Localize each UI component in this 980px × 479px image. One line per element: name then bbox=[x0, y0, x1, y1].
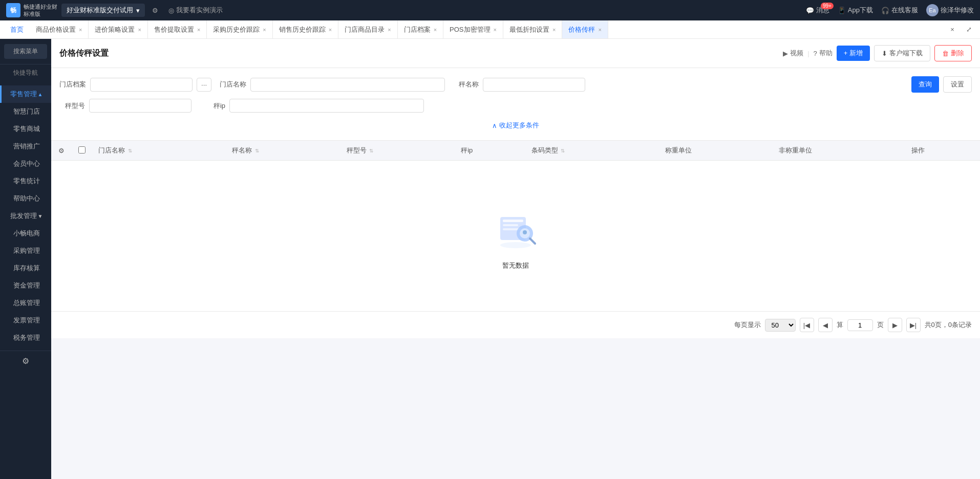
tab-product-price[interactable]: 商品价格设置 × bbox=[30, 20, 89, 39]
settings-gear-icon[interactable]: ⚙ bbox=[2, 356, 49, 366]
sidebar-item-ecommerce[interactable]: 小畅电商 bbox=[0, 225, 51, 242]
store-file-ellipsis-button[interactable]: ··· bbox=[197, 78, 211, 92]
sort-icon[interactable]: ⇅ bbox=[255, 148, 259, 154]
delete-button[interactable]: 🗑 删除 bbox=[934, 45, 972, 61]
tab-close-icon[interactable]: × bbox=[598, 27, 601, 33]
th-settings[interactable]: ⚙ bbox=[51, 141, 72, 161]
tab-expand-button[interactable]: ⤢ bbox=[962, 23, 976, 37]
set-button[interactable]: 设置 bbox=[943, 76, 972, 93]
sidebar-item-ledger-label: 总账管理 bbox=[13, 299, 40, 307]
tab-sales-history[interactable]: 销售历史价跟踪 × bbox=[273, 20, 338, 39]
select-all-checkbox[interactable] bbox=[78, 146, 86, 154]
user-info[interactable]: Ea 徐泽华修改 bbox=[926, 4, 974, 16]
scale-ip-input[interactable] bbox=[229, 99, 424, 113]
sidebar-item-help[interactable]: 帮助中心 bbox=[0, 190, 51, 207]
sidebar-item-invoice[interactable]: 发票管理 bbox=[0, 312, 51, 329]
sidebar-item-retail-label: 零售管理 bbox=[10, 90, 37, 99]
page-header: 价格传秤设置 ▶ 视频 | ? 帮助 + 新增 ⬇ bbox=[51, 39, 980, 68]
tab-close-icon[interactable]: × bbox=[197, 27, 200, 33]
th-checkbox[interactable] bbox=[72, 141, 92, 161]
scale-model-input[interactable] bbox=[89, 99, 191, 113]
tab-price-transfer[interactable]: 价格传秤 × bbox=[562, 20, 608, 39]
sidebar-item-marketing[interactable]: 营销推广 bbox=[0, 138, 51, 155]
last-page-button[interactable]: ▶| bbox=[906, 318, 921, 332]
store-file-label: 门店档案 bbox=[59, 80, 86, 89]
sidebar-item-wholesale[interactable]: 批发管理 ▼ bbox=[0, 207, 51, 225]
tab-price-strategy[interactable]: 进价策略设置 × bbox=[89, 20, 147, 39]
sidebar-item-retail-stats[interactable]: 零售统计 bbox=[0, 172, 51, 190]
selector-settings-icon[interactable]: ⚙ bbox=[148, 3, 162, 17]
per-page-label: 每页显示 bbox=[734, 320, 761, 330]
tab-pos-manage[interactable]: POS加密管理 × bbox=[443, 20, 503, 39]
query-button[interactable]: 查询 bbox=[911, 76, 939, 93]
sidebar-item-help-label: 帮助中心 bbox=[13, 194, 40, 202]
sidebar-item-tax-label: 税务管理 bbox=[13, 334, 40, 341]
play-icon: ▶ bbox=[783, 50, 788, 57]
sidebar-item-ledger[interactable]: 总账管理 bbox=[0, 294, 51, 312]
download-icon: ⬇ bbox=[882, 50, 887, 57]
help-icon: ? bbox=[814, 50, 817, 57]
demo-link[interactable]: ◎ 我要看实例演示 bbox=[168, 6, 223, 15]
sidebar-item-finance[interactable]: 资金管理 bbox=[0, 277, 51, 294]
first-page-button[interactable]: |◀ bbox=[800, 318, 814, 332]
sidebar-item-member[interactable]: 会员中心 bbox=[0, 155, 51, 172]
sidebar-item-smart-store[interactable]: 智慧门店 bbox=[0, 103, 51, 120]
quick-nav-button[interactable]: 快捷导航 bbox=[0, 64, 51, 81]
table-container: ⚙ 门店名称 ⇅ 秤名称 ⇅ bbox=[51, 141, 980, 311]
store-name-input[interactable] bbox=[250, 78, 445, 92]
tab-close-icon[interactable]: × bbox=[434, 27, 437, 33]
sidebar-item-smart-store-label: 智慧门店 bbox=[13, 107, 40, 115]
version-selector[interactable]: 好业财标准版交付试用 ▾ bbox=[61, 4, 145, 17]
help-link[interactable]: ? 帮助 bbox=[814, 49, 833, 58]
sort-icon[interactable]: ⇅ bbox=[561, 148, 565, 154]
tab-close-icon[interactable]: × bbox=[552, 27, 556, 33]
tab-price-strategy-label: 进价策略设置 bbox=[95, 25, 135, 34]
sidebar-item-purchase[interactable]: 采购管理 bbox=[0, 242, 51, 259]
message-button[interactable]: 💬 消息 99+ bbox=[806, 6, 829, 15]
tab-home[interactable]: 首页 bbox=[4, 20, 30, 39]
demo-icon: ◎ bbox=[168, 7, 174, 14]
sidebar-item-retail[interactable]: 零售管理 ▲ bbox=[0, 85, 51, 103]
video-link[interactable]: ▶ 视频 bbox=[783, 49, 803, 58]
online-service-label: 在线客服 bbox=[891, 6, 918, 15]
page-number-input[interactable] bbox=[847, 319, 873, 331]
store-file-input[interactable] bbox=[90, 78, 193, 92]
per-page-select[interactable]: 50 20 100 bbox=[765, 319, 796, 332]
sidebar-item-retail-mall[interactable]: 零售商城 bbox=[0, 120, 51, 138]
tab-close-icon[interactable]: × bbox=[79, 27, 82, 33]
th-non-weight-unit-label: 非称重单位 bbox=[779, 146, 812, 154]
tab-price-extract[interactable]: 售价提取设置 × bbox=[148, 20, 207, 39]
tab-close-icon[interactable]: × bbox=[494, 27, 497, 33]
tab-close-icon[interactable]: × bbox=[329, 27, 332, 33]
tab-close-icon[interactable]: × bbox=[388, 27, 391, 33]
tab-sales-history-label: 销售历史价跟踪 bbox=[279, 25, 326, 34]
tab-min-discount[interactable]: 最低折扣设置 × bbox=[503, 20, 562, 39]
scale-ip-item: 秤ip bbox=[200, 99, 424, 113]
online-service-button[interactable]: 🎧 在线客服 bbox=[881, 6, 918, 15]
collapse-button[interactable]: ∧ 收起更多条件 bbox=[492, 121, 539, 130]
sort-icon[interactable]: ⇅ bbox=[128, 148, 132, 154]
app-download-button[interactable]: 📱 App下载 bbox=[838, 6, 873, 15]
scale-model-item: 秤型号 bbox=[59, 99, 191, 113]
tab-close-icon[interactable]: × bbox=[263, 27, 266, 33]
message-icon: 💬 bbox=[806, 7, 814, 14]
tab-purchase-history[interactable]: 采购历史价跟踪 × bbox=[207, 20, 272, 39]
tab-close-icon[interactable]: × bbox=[138, 27, 141, 33]
export-button[interactable]: ⬇ 客户端下载 bbox=[874, 45, 930, 61]
scale-name-input[interactable] bbox=[483, 78, 585, 92]
tab-store-catalog[interactable]: 门店商品目录 × bbox=[338, 20, 397, 39]
chevron-up-icon: ∧ bbox=[492, 122, 497, 129]
search-menu-button[interactable]: 搜索菜单 bbox=[4, 44, 47, 59]
form-row-2: 秤型号 秤ip bbox=[59, 99, 972, 113]
prev-page-button[interactable]: ◀ bbox=[818, 318, 833, 332]
sidebar-item-marketing-label: 营销推广 bbox=[13, 142, 40, 150]
sidebar-item-inventory[interactable]: 库存核算 bbox=[0, 259, 51, 277]
sort-icon[interactable]: ⇅ bbox=[369, 148, 373, 154]
next-page-button[interactable]: ▶ bbox=[888, 318, 902, 332]
add-button[interactable]: + 新增 bbox=[837, 46, 870, 61]
tab-store-file[interactable]: 门店档案 × bbox=[398, 20, 443, 39]
sidebar-search-area: 搜索菜单 bbox=[0, 39, 51, 64]
tab-close-all-button[interactable]: × bbox=[945, 23, 960, 37]
sidebar-item-tax[interactable]: 税务管理 bbox=[0, 329, 51, 346]
th-scale-model-label: 秤型号 bbox=[347, 146, 367, 154]
